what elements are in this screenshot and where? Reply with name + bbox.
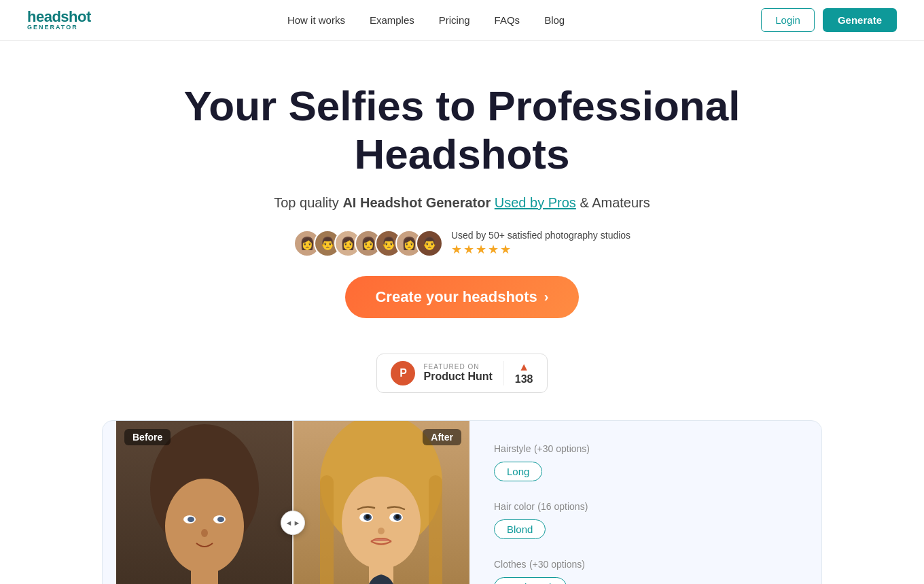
nav-links: How it works Examples Pricing FAQs Blog: [287, 14, 565, 26]
ph-vote-count: 138: [515, 373, 533, 385]
cta-label: Create your headshots: [375, 288, 537, 306]
clothes-option-group: Clothes (+30 options) Turtleneck: [494, 558, 783, 584]
svg-rect-10: [320, 475, 334, 584]
slider-icon: ◄►: [285, 519, 301, 527]
sub-text1: Top quality: [274, 195, 342, 210]
hair-color-selected-tag[interactable]: Blond: [494, 519, 546, 539]
before-face-svg: [116, 421, 293, 584]
clothes-label: Clothes (+30 options): [494, 558, 783, 570]
generate-button[interactable]: Generate: [823, 8, 897, 32]
svg-point-12: [342, 477, 421, 569]
svg-point-19: [378, 528, 385, 534]
nav-link-examples[interactable]: Examples: [370, 14, 414, 26]
image-slider-control[interactable]: ◄►: [281, 511, 305, 535]
nav-actions: Login Generate: [761, 8, 897, 32]
hairstyle-label: Hairstyle (+30 options): [494, 443, 783, 455]
ph-votes: ▲ 138: [503, 361, 533, 385]
headline-line2: Headshots: [355, 131, 570, 177]
hairstyle-option-group: Hairstyle (+30 options) Long: [494, 443, 783, 481]
avatar-stack: 👩 👨 👩 👩 👨 👩 👨: [294, 230, 443, 257]
sub-link[interactable]: Used by Pros: [495, 195, 576, 210]
clothes-selected-tag[interactable]: Turtleneck: [494, 577, 567, 584]
avatar-text: Used by 50+ satisfied photography studio…: [451, 230, 630, 241]
sub-bold: AI Headshot Generator: [342, 195, 491, 210]
svg-point-1: [165, 479, 244, 574]
before-half: [116, 421, 293, 584]
hair-color-label: Hair color (16 options): [494, 500, 783, 513]
svg-point-4: [188, 517, 194, 522]
login-button[interactable]: Login: [761, 8, 815, 32]
svg-rect-11: [429, 475, 442, 584]
demo-section: Before After ◄► Hairstyle (+30 options) …: [102, 420, 822, 584]
ph-featured-label: FEATURED ON: [423, 363, 492, 371]
hair-color-option-group: Hair color (16 options) Blond: [494, 500, 783, 539]
logo[interactable]: headshot generator: [27, 10, 91, 31]
product-hunt-badge[interactable]: P FEATURED ON Product Hunt ▲ 138: [376, 354, 547, 393]
svg-point-18: [395, 515, 399, 519]
nav-link-blog[interactable]: Blog: [544, 14, 565, 26]
stars-rating: ★★★★★: [451, 242, 630, 257]
cta-arrow-icon: ›: [544, 289, 549, 305]
nav-link-faqs[interactable]: FAQs: [495, 14, 520, 26]
demo-options-panel: Hairstyle (+30 options) Long Hair color …: [469, 421, 808, 584]
before-label: Before: [124, 429, 171, 445]
ph-icon: P: [391, 361, 415, 385]
after-face-svg: [293, 421, 469, 584]
ph-upvote-icon: ▲: [518, 361, 529, 373]
after-half: [293, 421, 469, 584]
avatar-7: 👨: [416, 230, 443, 257]
after-label: After: [423, 429, 461, 445]
logo-main-text: headshot: [27, 10, 91, 24]
svg-point-5: [217, 517, 224, 522]
sub-text2: & Amateurs: [576, 195, 650, 210]
nav-link-pricing[interactable]: Pricing: [439, 14, 470, 26]
slider-line: [292, 421, 294, 584]
ph-text: FEATURED ON Product Hunt: [423, 363, 492, 383]
hero-section: Your Selfies to Professional Headshots T…: [0, 41, 924, 420]
hero-subtext: Top quality AI Headshot Generator Used b…: [14, 195, 910, 211]
headline-line1: Your Selfies to Professional: [184, 82, 741, 129]
nav-link-how-it-works[interactable]: How it works: [287, 14, 345, 26]
hairstyle-selected-tag[interactable]: Long: [494, 462, 542, 481]
avatars-row: 👩 👨 👩 👩 👨 👩 👨 Used by 50+ satisfied phot…: [14, 230, 910, 257]
avatar-info: Used by 50+ satisfied photography studio…: [451, 230, 630, 257]
before-after-container: Before After ◄►: [116, 421, 469, 584]
ph-product-name: Product Hunt: [423, 371, 492, 383]
svg-rect-7: [191, 569, 218, 584]
svg-point-17: [366, 515, 370, 519]
logo-sub-text: generator: [27, 24, 91, 31]
navbar: headshot generator How it works Examples…: [0, 0, 924, 41]
svg-point-6: [201, 529, 208, 537]
hero-headline: Your Selfies to Professional Headshots: [170, 82, 754, 179]
create-headshots-button[interactable]: Create your headshots ›: [345, 276, 578, 318]
